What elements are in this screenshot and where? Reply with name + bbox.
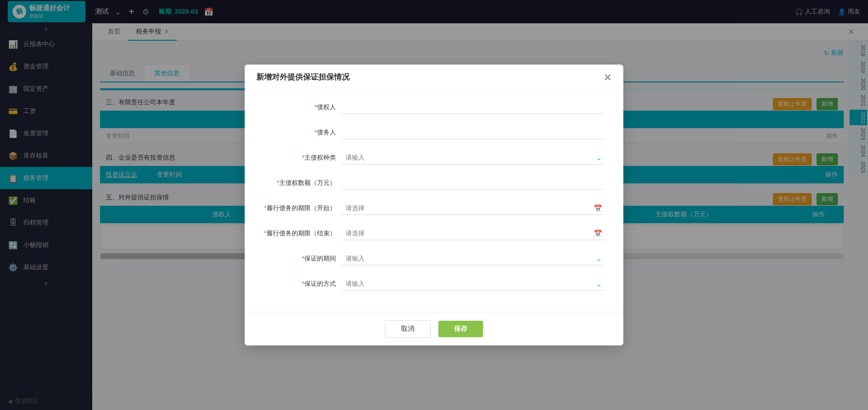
claim-amount-input[interactable] <box>342 176 604 190</box>
modal-dialog: 新增对外提供保证担保情况 ✕ *债权人 *债务人 *主 <box>245 65 623 345</box>
guarantee-method-dropdown-icon[interactable]: ⌄ <box>596 280 604 288</box>
period-end-date-wrap[interactable]: 📅 <box>342 227 604 240</box>
guarantee-method-select-wrap[interactable]: ⌄ <box>342 277 604 291</box>
guarantee-period-dropdown-icon[interactable]: ⌄ <box>596 255 604 262</box>
debtor-input[interactable] <box>342 126 604 139</box>
form-row-guarantee-period: *保证的期间 ⌄ <box>264 252 604 265</box>
form-row-period-start: *履行债务的期限（开始） 📅 <box>264 201 604 215</box>
modal-body: *债权人 *债务人 *主债权种类 ⌄ <box>245 91 623 312</box>
modal-overlay: 新增对外提供保证担保情况 ✕ *债权人 *债务人 *主 <box>0 0 868 410</box>
guarantee-period-select-wrap[interactable]: ⌄ <box>342 252 604 265</box>
guarantee-method-input[interactable] <box>342 277 596 290</box>
modal-close-button[interactable]: ✕ <box>603 73 612 82</box>
modal-header: 新增对外提供保证担保情况 ✕ <box>245 65 623 91</box>
modal-footer: 取消 保存 <box>245 312 623 345</box>
cancel-button[interactable]: 取消 <box>385 320 431 338</box>
guarantee-period-input[interactable] <box>342 252 596 265</box>
form-row-creditor: *债权人 <box>264 100 604 114</box>
creditor-label: *债权人 <box>264 103 342 112</box>
period-end-calendar-icon[interactable]: 📅 <box>594 230 604 237</box>
claim-amount-label: *主债权数额（万元） <box>264 179 342 187</box>
guarantee-method-label: *保证的方式 <box>264 279 342 288</box>
creditor-input[interactable] <box>342 100 604 114</box>
save-button[interactable]: 保存 <box>438 321 483 337</box>
modal-title: 新增对外提供保证担保情况 <box>256 72 350 82</box>
form-row-claim-type: *主债权种类 ⌄ <box>264 151 604 164</box>
debtor-label: *债务人 <box>264 128 342 137</box>
form-row-guarantee-method: *保证的方式 ⌄ <box>264 277 604 291</box>
claim-type-label: *主债权种类 <box>264 153 342 162</box>
form-row-period-end: *履行债务的期限（结束） 📅 <box>264 227 604 240</box>
period-end-input[interactable] <box>342 227 594 240</box>
period-start-date-wrap[interactable]: 📅 <box>342 201 604 215</box>
claim-type-input[interactable] <box>342 151 596 164</box>
period-start-label: *履行债务的期限（开始） <box>264 204 342 213</box>
claim-type-select-wrap[interactable]: ⌄ <box>342 151 604 164</box>
period-start-calendar-icon[interactable]: 📅 <box>594 204 604 212</box>
form-row-claim-amount: *主债权数额（万元） <box>264 176 604 190</box>
claim-type-dropdown-icon[interactable]: ⌄ <box>596 154 604 162</box>
period-start-input[interactable] <box>342 201 594 214</box>
form-row-debtor: *债务人 <box>264 126 604 139</box>
guarantee-period-label: *保证的期间 <box>264 254 342 263</box>
period-end-label: *履行债务的期限（结束） <box>264 229 342 238</box>
